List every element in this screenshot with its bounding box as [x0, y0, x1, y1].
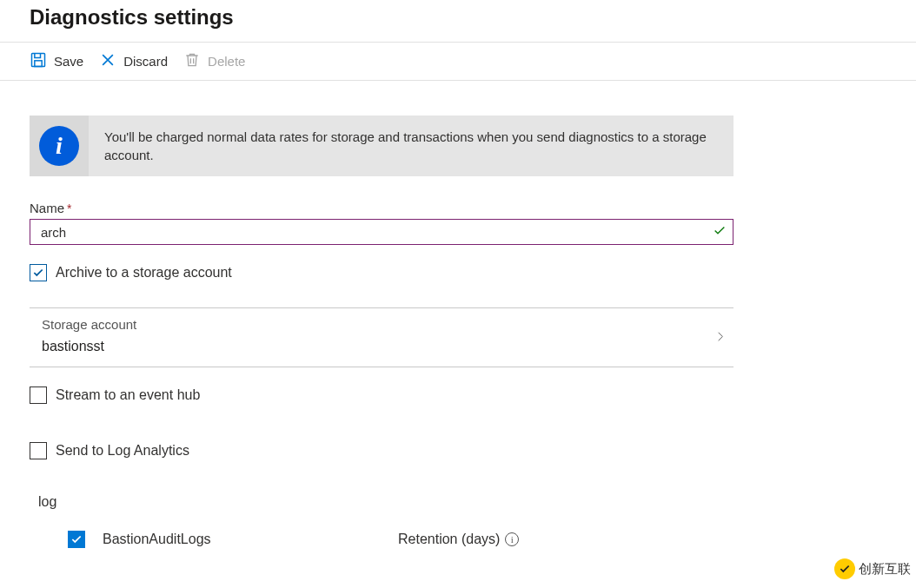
delete-label: Delete: [208, 54, 245, 69]
log-item-row: BastionAuditLogs Retention (days) i: [30, 531, 735, 548]
chevron-right-icon: [714, 327, 727, 347]
close-icon: [99, 51, 116, 71]
archive-label: Archive to a storage account: [56, 265, 232, 281]
log-analytics-checkbox[interactable]: [30, 442, 47, 459]
required-mark: *: [67, 202, 71, 215]
watermark-badge-icon: [834, 558, 855, 579]
page-title: Diagnostics settings: [30, 5, 886, 30]
discard-label: Discard: [123, 54, 168, 69]
info-icon[interactable]: i: [505, 532, 519, 546]
watermark-text: 创新互联: [859, 561, 911, 578]
retention-label: Retention (days): [398, 532, 500, 547]
svg-rect-1: [35, 61, 42, 67]
valid-check-icon: [713, 224, 727, 241]
svg-rect-0: [32, 54, 45, 67]
info-icon: i: [39, 126, 79, 166]
save-icon: [30, 51, 47, 71]
discard-button[interactable]: Discard: [99, 51, 168, 71]
info-banner: i You'll be charged normal data rates fo…: [30, 116, 733, 176]
save-button[interactable]: Save: [30, 51, 83, 71]
name-input[interactable]: [30, 219, 733, 245]
storage-account-picker[interactable]: Storage account bastionsst: [30, 307, 733, 367]
command-bar: Save Discard Delete: [0, 42, 916, 81]
delete-button: Delete: [183, 51, 245, 71]
storage-account-value: bastionsst: [42, 339, 721, 354]
name-label: Name: [30, 201, 64, 215]
info-banner-text: You'll be charged normal data rates for …: [89, 116, 733, 176]
stream-label: Stream to an event hub: [56, 387, 200, 403]
log-section-heading: log: [38, 494, 735, 510]
log-analytics-label: Send to Log Analytics: [56, 443, 189, 459]
storage-account-label: Storage account: [42, 317, 721, 332]
archive-checkbox[interactable]: [30, 264, 47, 281]
log-item-label: BastionAuditLogs: [103, 532, 346, 547]
trash-icon: [183, 51, 201, 71]
log-item-checkbox[interactable]: [68, 531, 85, 548]
stream-checkbox[interactable]: [30, 386, 47, 404]
save-label: Save: [54, 54, 83, 69]
watermark: 创新互联: [834, 558, 911, 579]
